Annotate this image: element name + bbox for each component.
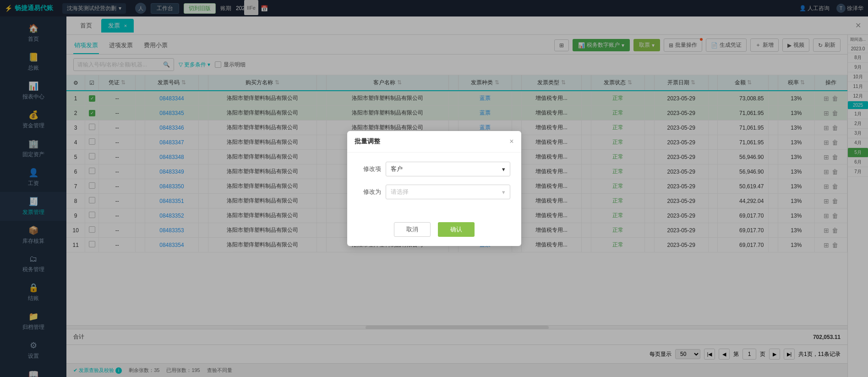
modal-body: 修改项 客户 ▾ 修改为 请选择 ▾ xyxy=(347,153,521,217)
form-row-field: 修改项 客户 ▾ xyxy=(358,162,510,176)
change-select[interactable]: 请选择 ▾ xyxy=(386,185,510,199)
modal-overlay: 批量调整 × 修改项 客户 ▾ 修改为 请选择 ▾ 取消 确认 xyxy=(0,0,868,377)
batch-adjust-modal: 批量调整 × 修改项 客户 ▾ 修改为 请选择 ▾ 取消 确认 xyxy=(347,131,521,246)
field-select[interactable]: 客户 ▾ xyxy=(386,162,510,176)
form-row-change: 修改为 请选择 ▾ xyxy=(358,185,510,199)
field-label: 修改项 xyxy=(358,165,381,173)
cancel-button[interactable]: 取消 xyxy=(394,222,431,237)
modal-footer: 取消 确认 xyxy=(347,217,521,246)
modal-title: 批量调整 xyxy=(355,137,380,146)
modal-close-button[interactable]: × xyxy=(509,137,513,146)
modal-header: 批量调整 × xyxy=(347,131,521,153)
confirm-button[interactable]: 确认 xyxy=(438,222,475,237)
chevron-down-icon: ▾ xyxy=(502,166,505,173)
change-label: 修改为 xyxy=(358,188,381,196)
chevron-down-icon: ▾ xyxy=(502,189,505,196)
